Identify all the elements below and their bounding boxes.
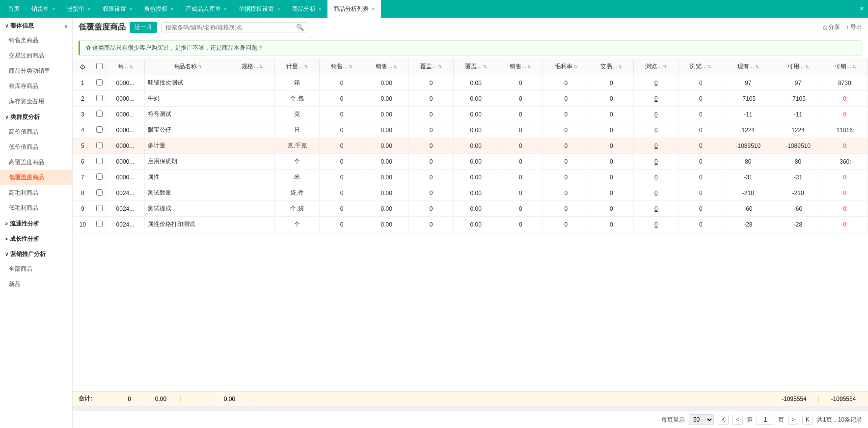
sidebar-section-overview[interactable]: ∨ 整体信息 «: [0, 18, 72, 33]
row-browse1[interactable]: 0: [634, 107, 678, 122]
close-icon[interactable]: ×: [129, 6, 132, 12]
row-checkbox[interactable]: [96, 95, 103, 101]
row-saleable: 8730:: [823, 75, 868, 91]
col-spec[interactable]: 规格...⇅: [230, 58, 275, 75]
row-checkbox[interactable]: [96, 221, 103, 227]
nav-template-settings[interactable]: 单据模板设置 ×: [233, 0, 286, 18]
row-gross: 0: [543, 91, 589, 107]
nav-sales-order[interactable]: 销货单 ×: [26, 0, 61, 18]
row-browse1[interactable]: 0: [634, 201, 678, 217]
row-stock: -210: [723, 185, 773, 201]
col-gross[interactable]: 毛利率⇅: [543, 58, 589, 75]
settings-icon[interactable]: ⚙: [80, 63, 86, 71]
row-checkbox[interactable]: [96, 142, 103, 148]
nav-product-analysis-list[interactable]: 商品分析列表 ×: [327, 0, 380, 18]
sidebar-item-new-goods[interactable]: 新品: [0, 277, 72, 292]
sidebar-item-high-margin[interactable]: 高毛利商品: [0, 185, 72, 200]
sidebar-item-sales-goods[interactable]: 销售类商品: [0, 33, 72, 48]
col-browse2[interactable]: 浏览...⇅: [678, 58, 723, 75]
row-code: 0000...: [106, 138, 144, 154]
nav-product-analysis[interactable]: 商品分析 ×: [286, 0, 327, 18]
row-code: 0000...: [106, 122, 144, 138]
row-sales-qty: 0: [320, 91, 364, 107]
col-available[interactable]: 可用...⇅: [773, 58, 823, 75]
sidebar-section-cluster[interactable]: ∨ 类群度分析: [0, 109, 72, 124]
col-saleable[interactable]: 可销...⇅: [823, 58, 868, 75]
col-stock[interactable]: 现有...⇅: [723, 58, 773, 75]
sidebar-section-marketing[interactable]: ∨ 营销推广分析: [0, 246, 72, 261]
col-browse1[interactable]: 浏览...⇅: [634, 58, 678, 75]
close-icon[interactable]: ×: [87, 6, 90, 12]
window-close-button[interactable]: ×: [860, 4, 864, 13]
row-browse1[interactable]: 0: [634, 138, 678, 154]
row-checkbox[interactable]: [96, 189, 103, 196]
select-all-checkbox[interactable]: [96, 63, 103, 69]
horizontal-scrollbar[interactable]: [73, 406, 868, 411]
row-sales3: 0: [498, 122, 543, 138]
close-icon[interactable]: ×: [277, 6, 280, 12]
col-unit[interactable]: 计量...⇅: [275, 58, 320, 75]
sidebar-section-growth[interactable]: > 成长性分析: [0, 231, 72, 246]
row-checkbox[interactable]: [96, 126, 103, 133]
col-sales-amt[interactable]: 销售...⇅: [364, 58, 409, 75]
col-sales-qty[interactable]: 销售...⇅: [320, 58, 364, 75]
row-checkbox[interactable]: [96, 158, 103, 164]
first-page-button[interactable]: K: [718, 415, 729, 425]
sidebar-item-stock-capital[interactable]: 库存资金占用: [0, 94, 72, 109]
row-browse1[interactable]: 0: [634, 122, 678, 138]
share-button[interactable]: ⎙ 分享: [823, 23, 840, 31]
row-browse1[interactable]: 0: [634, 217, 678, 232]
sidebar-item-stocked-goods[interactable]: 有库存商品: [0, 79, 72, 94]
current-page-input[interactable]: [757, 415, 774, 425]
page-size-select[interactable]: 50 20 100: [689, 414, 714, 425]
sidebar-item-low-coverage[interactable]: 低覆盖度商品: [0, 170, 72, 185]
nav-purchase-order[interactable]: 进货单 ×: [61, 0, 96, 18]
sidebar-item-high-value[interactable]: 高价值商品: [0, 124, 72, 140]
sidebar-item-high-coverage[interactable]: 高覆盖度商品: [0, 155, 72, 170]
sidebar-item-category-rate[interactable]: 商品分类动销率: [0, 63, 72, 79]
row-browse1[interactable]: 0: [634, 170, 678, 185]
row-browse1[interactable]: 0: [634, 154, 678, 170]
close-icon[interactable]: ×: [224, 6, 227, 12]
sidebar-item-traded-goods[interactable]: 交易过的商品: [0, 48, 72, 63]
row-browse1[interactable]: 0: [634, 91, 678, 107]
sidebar-section-liquidity[interactable]: > 流通性分析: [0, 216, 72, 231]
row-no: 6: [73, 154, 93, 170]
search-input[interactable]: [165, 24, 294, 31]
col-code[interactable]: 商...⇅: [106, 58, 144, 75]
sidebar-item-low-margin[interactable]: 低毛利商品: [0, 200, 72, 216]
prev-page-button[interactable]: <: [732, 415, 743, 425]
table-row: 1 0000... 旺铺批次测试 箱 0 0.00 0 0.00 0 0 0 0…: [73, 75, 868, 91]
row-available: -7105: [773, 91, 823, 107]
nav-home[interactable]: 首页: [2, 0, 26, 18]
row-checkbox[interactable]: [96, 111, 103, 117]
close-icon[interactable]: ×: [319, 6, 322, 12]
collapse-icon[interactable]: «: [64, 23, 67, 29]
last-page-button[interactable]: K: [802, 415, 813, 425]
time-filter-button[interactable]: 近一月: [130, 22, 157, 33]
col-coverage1[interactable]: 覆盖...⇅: [409, 58, 454, 75]
export-button[interactable]: ↑ 导出: [846, 23, 862, 31]
row-browse1[interactable]: 0: [634, 75, 678, 91]
col-settings[interactable]: ⚙: [73, 58, 93, 75]
sidebar-item-low-value[interactable]: 低价值商品: [0, 140, 72, 155]
row-checkbox[interactable]: [96, 79, 103, 86]
close-icon[interactable]: ×: [52, 6, 55, 12]
row-browse1[interactable]: 0: [634, 185, 678, 201]
search-icon[interactable]: 🔍: [296, 24, 304, 31]
col-transaction[interactable]: 交易...⇅: [589, 58, 634, 75]
table-container[interactable]: ⚙ 商...⇅ 商品名称⇅ 规格...⇅ 计量...⇅ 销售...⇅ 销售...…: [73, 58, 868, 391]
next-page-button[interactable]: >: [788, 415, 798, 425]
col-name[interactable]: 商品名称⇅: [145, 58, 230, 75]
row-checkbox[interactable]: [96, 173, 103, 180]
col-coverage2[interactable]: 覆盖...⇅: [454, 58, 498, 75]
nav-permissions[interactable]: 权限设置 ×: [97, 0, 138, 18]
row-stock: -7105: [723, 91, 773, 107]
nav-role-auth[interactable]: 角色授权 ×: [138, 0, 179, 18]
close-icon[interactable]: ×: [372, 6, 375, 12]
row-checkbox[interactable]: [96, 205, 103, 211]
nav-product-storage[interactable]: 产成品入库单 ×: [180, 0, 233, 18]
sidebar-item-all-goods[interactable]: 全部商品: [0, 261, 72, 277]
col-sales3[interactable]: 销售...⇅: [498, 58, 543, 75]
close-icon[interactable]: ×: [170, 6, 173, 12]
